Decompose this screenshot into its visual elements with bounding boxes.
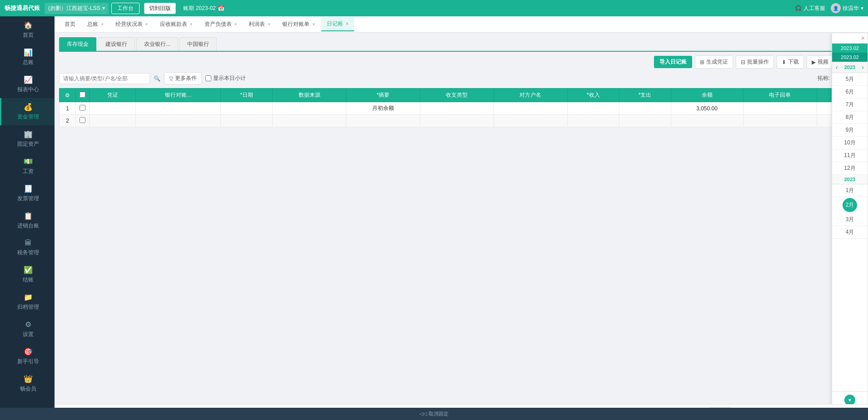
sub-tab-cash[interactable]: 库存现金 [59, 37, 96, 51]
sidebar-item-label: 发票管理 [17, 195, 39, 203]
currency-label: 拓称: [818, 74, 830, 82]
page-content: 库存现金 建设银行 农业银行... 中国银行 导入日记账 ⊞ 生成凭证 [55, 33, 868, 404]
tab-label: 首页 [65, 20, 75, 28]
sidebar-item-purchase-sales[interactable]: 📋 进销台账 [0, 207, 55, 234]
more-conditions-button[interactable]: ▽ 更多条件 [164, 72, 202, 84]
th-counterpart: 对方户名 [494, 89, 567, 102]
generate-voucher-button[interactable]: ⊞ 生成凭证 [695, 55, 733, 69]
old-version-button[interactable]: 切到旧版 [144, 3, 176, 14]
unpin-sidebar-button[interactable]: ◁◁ 取消固定 [0, 408, 55, 420]
sub-tab-label: 建设银行 [105, 41, 127, 47]
tab-balance-sheet[interactable]: 资产负债表 × [199, 18, 243, 31]
tab-close-icon[interactable]: × [312, 22, 315, 27]
month-item-10[interactable]: 10月 [832, 137, 868, 149]
month-item-11[interactable]: 11月 [832, 149, 868, 162]
video-icon: ▶ [812, 59, 816, 65]
tab-journal[interactable]: 日记账 × [321, 17, 354, 31]
calendar-icon[interactable]: 📅 [218, 5, 224, 11]
daily-subtotal-label: 显示本日小计 [213, 74, 246, 82]
batch-operation-label: 批量操作 [747, 58, 769, 66]
building-icon: 🏢 [24, 130, 33, 138]
search-icon[interactable]: 🔍 [154, 75, 160, 82]
sub-tab-boc[interactable]: 中国银行 [180, 37, 217, 51]
month-item-12[interactable]: 12月 [832, 162, 868, 175]
th-checkbox[interactable] [76, 89, 90, 102]
row-date [221, 102, 273, 115]
row-check[interactable] [76, 115, 90, 127]
month-item-3[interactable]: 3月 [832, 213, 868, 226]
sidebar-item-tutorial[interactable]: 🎯 新手引导 [0, 343, 55, 370]
user-menu[interactable]: 👤 徐温华 ▾ [831, 3, 863, 13]
tab-profit[interactable]: 利润表 × [243, 18, 276, 31]
sidebar-item-home[interactable]: 🏠 首页 [0, 16, 55, 44]
th-settings[interactable]: ⚙ [60, 89, 76, 102]
batch-icon: ⊟ [741, 59, 745, 65]
tab-bank-statement[interactable]: 银行对账单 × [277, 18, 320, 31]
sidebar-item-settings[interactable]: ⚙ 设置 [0, 316, 55, 343]
sidebar-item-close[interactable]: ✅ 结账 [0, 261, 55, 288]
close-icon: × [861, 35, 865, 42]
row-settings: 1 [60, 102, 76, 115]
tab-close-icon[interactable]: × [234, 22, 237, 27]
row-bank-account [136, 102, 221, 115]
filter-icon: ▽ [169, 75, 173, 82]
month-item-7[interactable]: 7月 [832, 99, 868, 111]
main-layout: 🏠 首页 📊 总账 📈 报表中心 💰 资金管理 🏢 固定资产 💵 工资 🧾 发票… [0, 16, 868, 420]
sidebar-item-tax[interactable]: 🏛 税务管理 [0, 234, 55, 261]
sub-tab-ccb[interactable]: 建设银行 [98, 37, 135, 51]
show-daily-subtotal-checkbox[interactable]: 显示本日小计 [205, 74, 246, 82]
month-item-5[interactable]: 5月 [832, 73, 868, 86]
sidebar-item-fixed-assets[interactable]: 🏢 固定资产 [0, 125, 55, 153]
sidebar-item-membership[interactable]: 👑 畅会员 [0, 370, 55, 397]
date-panel-close-button[interactable]: × [832, 33, 868, 44]
select-all-checkbox[interactable] [80, 92, 85, 98]
prev-year-button[interactable]: ‹ [836, 64, 838, 71]
sidebar-item-invoice[interactable]: 🧾 发票管理 [0, 180, 55, 207]
row-voucher [90, 102, 136, 115]
month-item-2-active[interactable]: 2月 [843, 198, 857, 212]
th-expense: *支出 [619, 89, 671, 102]
tab-accounts-receivable[interactable]: 应收账款表 × [155, 18, 198, 31]
month-item-6[interactable]: 6月 [832, 86, 868, 99]
date-nav: ‹ 2023 › [832, 62, 868, 73]
period-display-2: 2023.02 [841, 54, 859, 60]
tab-business-status[interactable]: 经营状况表 × [110, 18, 154, 31]
sidebar-item-fund-management[interactable]: 💰 资金管理 [0, 98, 55, 125]
batch-operation-button[interactable]: ⊟ 批量操作 [736, 55, 774, 69]
human-service-button[interactable]: 🎧 人工客服 [795, 5, 825, 12]
sidebar-item-payroll[interactable]: 💵 工资 [0, 153, 55, 180]
search-input[interactable] [59, 73, 150, 84]
tab-close-icon[interactable]: × [190, 22, 193, 27]
month-item-4[interactable]: 4月 [832, 226, 868, 239]
sidebar-item-general-ledger[interactable]: 📊 总账 [0, 44, 55, 71]
company-selector[interactable]: (勿删）江西超宝-LSS ▾ [45, 3, 109, 14]
sidebar-item-label: 畅会员 [20, 385, 36, 393]
scroll-down-icon[interactable]: ▾ [844, 395, 855, 404]
tab-close-icon[interactable]: × [346, 21, 349, 26]
checkmark-icon: ✅ [24, 266, 33, 274]
tab-home[interactable]: 首页 [59, 18, 81, 31]
daily-subtotal-check[interactable] [205, 75, 211, 81]
next-year-button[interactable]: › [862, 64, 864, 71]
tab-close-icon[interactable]: × [101, 22, 104, 27]
generate-voucher-label: 生成凭证 [706, 58, 728, 66]
sidebar-item-reports[interactable]: 📈 报表中心 [0, 71, 55, 98]
tab-close-icon[interactable]: × [145, 22, 148, 27]
workspace-button[interactable]: 工作台 [111, 3, 140, 14]
video-button[interactable]: ▶ 视频 [807, 55, 833, 69]
month-item-8[interactable]: 8月 [832, 111, 868, 124]
period-label: 账期 [183, 5, 194, 12]
row-check[interactable] [76, 102, 90, 115]
month-item-1[interactable]: 1月 [832, 184, 868, 197]
download-button[interactable]: ⬇ 下载 [777, 55, 804, 69]
import-journal-button[interactable]: 导入日记账 [654, 56, 692, 68]
month-item-9[interactable]: 9月 [832, 124, 868, 137]
tab-close-icon[interactable]: × [268, 22, 270, 27]
tab-label: 银行对账单 [282, 20, 309, 28]
table-row: 2 [60, 115, 863, 127]
voucher-icon: ⊞ [700, 59, 704, 65]
row-voucher [90, 115, 136, 127]
sub-tab-abc[interactable]: 农业银行... [136, 37, 178, 51]
sidebar-item-archive[interactable]: 📁 归档管理 [0, 288, 55, 316]
tab-general-ledger[interactable]: 总账 × [82, 18, 109, 31]
